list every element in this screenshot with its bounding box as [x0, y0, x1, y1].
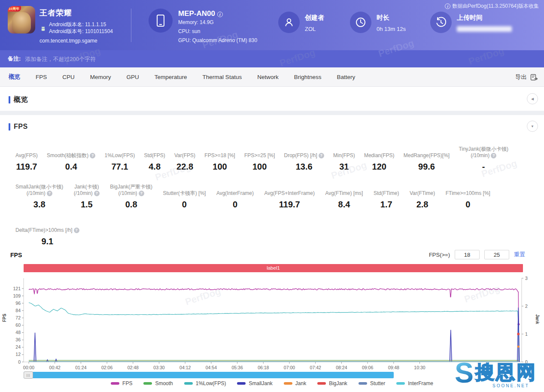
legend-item-BigJank[interactable]: BigJank — [317, 380, 347, 386]
help-icon[interactable]: ? — [491, 153, 496, 158]
chart-annotation-bar: label1 — [24, 264, 523, 272]
stat-value: 100 — [252, 162, 267, 172]
section-divider — [0, 111, 544, 115]
stat-label: Var(FTime) — [410, 181, 435, 197]
scrollbar-handle[interactable]: ||| — [24, 371, 33, 379]
stat-label: FPS>=18 [%] — [204, 143, 235, 159]
stat-value: 0.8 — [125, 200, 137, 210]
stat-label: Avg(FPS) — [15, 143, 38, 159]
remark-input[interactable] — [25, 56, 265, 62]
stat-item: Avg(FPS+InterFrame)119.7 — [264, 181, 314, 210]
android-version-name: Android版本名: 11.1.1.15 — [49, 21, 113, 28]
legend-item-SmallJank[interactable]: SmallJank — [237, 380, 272, 386]
stat-label: Jank(卡顿)(/10min)? — [74, 181, 100, 197]
android-version-code: Android版本号: 1101011504 — [49, 28, 113, 35]
stat-item: MedRange(FPS)[%]99.6 — [404, 143, 450, 172]
stat-value: 77.1 — [111, 162, 128, 172]
tab-Brightness[interactable]: Brightness — [294, 74, 322, 80]
svg-text:09:06: 09:06 — [362, 365, 373, 370]
reset-link[interactable]: 重置 — [514, 251, 525, 258]
stat-label: Avg(FTime) [ms] — [325, 181, 363, 197]
legend-item-FPS[interactable]: FPS — [111, 380, 132, 386]
svg-text:24: 24 — [15, 344, 21, 349]
upload-value-redacted — [457, 26, 512, 32]
svg-text:05:36: 05:36 — [231, 365, 243, 370]
fps-min-input[interactable] — [455, 250, 480, 259]
svg-text:07:42: 07:42 — [310, 365, 321, 370]
tab-bar: 概览FPSCPUMemoryGPUTemperatureThermal Stat… — [0, 67, 544, 87]
chart-scrollbar[interactable]: ||| — [24, 372, 394, 378]
perfdog-report-page: 10周年 王者荣耀 Android版本名: 11.1.1.15 Android版… — [0, 0, 544, 392]
device-info-icon[interactable]: i — [217, 12, 223, 17]
legend-item-Smooth[interactable]: Smooth — [143, 380, 173, 386]
export-label: 导出 — [515, 73, 527, 81]
legend-marker — [284, 382, 292, 385]
svg-text:09:48: 09:48 — [388, 365, 399, 370]
overview-collapse-button[interactable]: ◀ — [527, 93, 538, 104]
tab-CPU[interactable]: CPU — [62, 74, 75, 80]
duration-icon — [350, 12, 371, 33]
tab-Temperature[interactable]: Temperature — [155, 74, 187, 80]
device-cpu: CPU: sun — [178, 27, 257, 36]
stat-item: Std(FTime)1.7 — [374, 181, 399, 210]
svg-text:07:00: 07:00 — [284, 365, 295, 370]
legend-item-1%Low(FPS)[interactable]: 1%Low(FPS) — [184, 380, 226, 386]
stat-item: Min(FPS)31 — [333, 143, 355, 172]
fps-collapse-button[interactable]: ▼ — [527, 121, 538, 132]
tab-GPU[interactable]: GPU — [127, 74, 139, 80]
svg-text:10:30: 10:30 — [414, 365, 425, 370]
svg-text:60: 60 — [15, 322, 21, 328]
tab-Network[interactable]: Network — [257, 74, 279, 80]
legend-item-Jank[interactable]: Jank — [284, 380, 306, 386]
legend-marker — [111, 382, 119, 385]
legend-label: InterFrame — [408, 380, 433, 386]
svg-text:36: 36 — [15, 337, 21, 342]
svg-text:84: 84 — [15, 308, 21, 313]
upload-block: 上传时间 — [457, 14, 512, 32]
tab-Battery[interactable]: Battery — [337, 74, 355, 80]
legend-item-Stutter[interactable]: Stutter — [359, 380, 385, 386]
legend-item-InterFrame[interactable]: InterFrame — [396, 380, 433, 386]
stat-item: Jank(卡顿)(/10min)?1.5 — [74, 181, 100, 210]
creator-icon — [278, 12, 300, 33]
device-gpu: GPU: Qualcomm Adreno (TM) 830 — [178, 36, 257, 45]
svg-text:02:06: 02:06 — [101, 365, 112, 370]
game-title: 王者荣耀 — [40, 8, 113, 18]
stat-value: 8.4 — [338, 200, 350, 210]
stat-item: Stutter(卡顿率) [%]0 — [163, 181, 206, 210]
stat-label: Stutter(卡顿率) [%] — [163, 181, 206, 197]
stat-value: 1.7 — [380, 200, 392, 210]
legend-label: Smooth — [155, 380, 173, 386]
help-icon[interactable]: ? — [139, 191, 144, 196]
header-divider — [131, 9, 131, 42]
stat-item: Var(FPS)22.8 — [174, 143, 195, 172]
legend-label: BigJank — [329, 380, 347, 386]
duration-label: 时长 — [377, 14, 406, 22]
svg-text:00:42: 00:42 — [49, 365, 61, 370]
svg-text:01:24: 01:24 — [75, 365, 86, 370]
fps-max-input[interactable] — [484, 250, 509, 259]
svg-text:1: 1 — [525, 331, 528, 337]
svg-text:121: 121 — [13, 286, 21, 291]
tab-FPS[interactable]: FPS — [36, 74, 47, 80]
svg-text:12: 12 — [15, 352, 21, 357]
export-button[interactable]: 导出 — [515, 67, 538, 87]
device-memory: Memory: 14.9G — [178, 18, 257, 27]
stat-item: FPS>=18 [%]100 — [204, 143, 235, 172]
stat-label: Std(FPS) — [144, 143, 165, 159]
svg-text:FPS: FPS — [2, 313, 7, 322]
help-icon[interactable]: ? — [94, 191, 100, 196]
help-icon[interactable]: ? — [74, 228, 79, 233]
help-icon[interactable]: ? — [90, 153, 95, 158]
collect-note: i 数据由PerfDog(11.3.250764)版本收集 — [445, 3, 539, 10]
stat-label: Median(FPS) — [364, 143, 395, 159]
stat-label: 1%Low(FPS) — [105, 143, 135, 159]
tab-Thermal Status[interactable]: Thermal Status — [203, 74, 242, 80]
stat-value: 0 — [465, 200, 470, 210]
help-icon[interactable]: ? — [47, 191, 52, 196]
tab-Memory[interactable]: Memory — [90, 74, 111, 80]
help-icon[interactable]: ? — [319, 153, 324, 158]
svg-text:00:00: 00:00 — [23, 365, 34, 370]
tab-概览[interactable]: 概览 — [9, 73, 20, 81]
legend-marker — [359, 382, 367, 385]
